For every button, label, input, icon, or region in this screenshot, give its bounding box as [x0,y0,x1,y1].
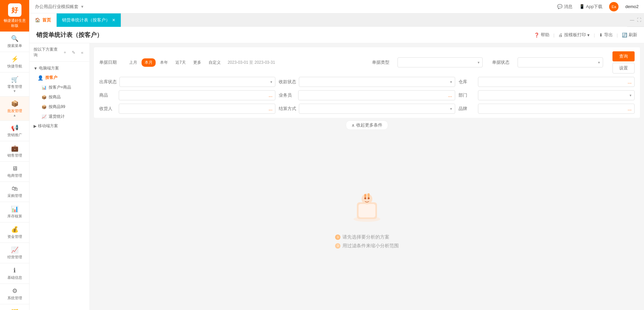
collapse-panel-button[interactable]: « [79,49,86,56]
export-icon: ⬇ [599,33,603,38]
dept-label: 部门 [459,92,475,98]
warehouse-input[interactable]: ... [478,77,635,87]
sidebar-item-ecom[interactable]: 🖥 电商管理 [0,162,29,182]
sidebar-item-finance[interactable]: 💰 资金管理 [0,222,29,243]
date-tab-this-year[interactable]: 本年 [157,58,171,67]
scheme-item-customer-goods[interactable]: 📊 按客户+商品 [30,83,90,92]
scheme-group-desktop: ▼ 电脑端方案 👤 按客户 📊 按客户+商品 [30,64,90,121]
tab-minimize-icon[interactable]: — [630,17,634,22]
content-area: 销货单统计表（按客户） ❓ 帮助 | 🖨 按模板打印 ▾ | ⬇ 导出 | [30,27,644,310]
scheme-item-customer[interactable]: 👤 按客户 [30,73,90,83]
collab-icon: 🤝 [11,308,18,310]
scheme-group-desktop-header[interactable]: ▼ 电脑端方案 [30,64,90,73]
tab-sales-stats[interactable]: 销货单统计表（按客户） ✕ [57,13,121,27]
filter-dept: 部门 ▾ [459,90,635,100]
export-button[interactable]: ⬇ 导出 [599,32,613,38]
sidebar-item-basic[interactable]: ℹ 基础信息 [0,263,29,284]
empty-state: ① 请先选择要分析的方案 ② 用过滤条件来缩小分析范围 [94,133,640,306]
sidebar-item-nav[interactable]: ⚡ 快捷导航 [0,52,29,72]
query-button[interactable]: 查询 [612,51,635,61]
divider1: | [553,33,554,38]
filter-receipt-status: 收款状态 ▾ [279,77,455,87]
scheme-group-mobile-label: 移动端方案 [38,123,58,129]
sidebar-item-collab[interactable]: 🤝 企业协同 [0,304,29,310]
tip-num-1: ① [335,235,340,240]
empty-tips: ① 请先选择要分析的方案 ② 用过滤条件来缩小分析范围 [335,234,399,252]
date-tab-more[interactable]: 更多 [190,58,204,67]
tab-sales-stats-label: 销货单统计表（按客户） [62,17,110,23]
receiver-dots: ... [269,106,273,111]
scheme-group-mobile-header[interactable]: ▶ 移动端方案 [30,121,90,131]
receiver-input[interactable]: ... [119,104,275,114]
tab-home-label: 首页 [42,17,51,23]
message-button[interactable]: 💬 消息 [557,4,573,10]
customer-goods-icon: 📊 [42,85,47,90]
sidebar-item-inventory[interactable]: 📊 库存核算 [0,202,29,222]
user-initials: Ea [612,5,616,9]
sidebar-item-retail[interactable]: 🛒 零售管理 ▼ [0,72,29,97]
tab-close-icon[interactable]: ✕ [112,18,115,22]
date-tab-7days[interactable]: 近7天 [172,58,189,67]
brand-input[interactable]: ... [478,104,635,114]
tip-text-1: 请先选择要分析的方案 [342,234,389,240]
right-panel: 单据日期 上月 本月 本年 近7天 更多 自定义 2023-03-01 至 20… [90,43,644,310]
doc-status-select[interactable]: ▾ [518,57,603,67]
doc-type-select[interactable]: ▾ [397,57,483,67]
app-download-label: App下载 [586,4,602,10]
tab-home[interactable]: 🏠 首页 [30,13,57,27]
scheme-group-mobile-arrow: ▶ [34,124,37,128]
filter-salesman: 业务员 ... [279,90,455,100]
date-tab-custom[interactable]: 自定义 [206,58,224,67]
scheme-group-desktop-arrow: ▼ [34,66,38,71]
inventory-icon: 📊 [11,205,18,213]
payment-label: 结算方式 [279,106,296,112]
refresh-button[interactable]: 🔄 刷新 [622,32,637,38]
receipt-status-input[interactable]: ▾ [299,77,455,87]
tab-maximize-icon[interactable]: ⛶ [637,17,641,22]
collapse-button[interactable]: ∧ 收起更多条件 [346,120,388,130]
sidebar-item-sales[interactable]: 💼 销售管理 [0,141,29,162]
scheme-item-return[interactable]: 📈 退货统计 [30,112,90,121]
app-download-button[interactable]: 📱 App下载 [579,4,602,10]
doc-type-label: 单据类型 [372,59,392,65]
scheme-item-goods[interactable]: 📦 按商品 [30,92,90,102]
sidebar-item-purchase[interactable]: 🛍 采购管理 [0,182,29,202]
sidebar-logo[interactable]: 好 畅捷通好生意 标版 [0,0,29,32]
left-panel: 按以下方案查询 ＋ ✎ « ▼ 电脑端方案 [30,43,90,310]
breadcrumb-dropdown-icon[interactable]: ▾ [81,4,84,9]
sidebar-item-search[interactable]: 🔍 搜索菜单 [0,32,29,52]
sidebar-item-basic-label: 基础信息 [7,275,22,280]
add-scheme-button[interactable]: ＋ [61,49,68,56]
sidebar-item-operation[interactable]: 📈 经营管理 [0,243,29,263]
date-tabs: 上月 本月 本年 近7天 更多 自定义 2023-03-01 至 2023-03… [126,58,275,67]
user-avatar[interactable]: Ea [609,2,619,11]
sidebar-item-marketing[interactable]: 📢 营销推广 [0,121,29,141]
tab-controls: — ⛶ [627,17,644,22]
retail-icon: 🛒 [11,76,18,83]
divider3: | [617,33,618,38]
payment-input[interactable]: ▾ [299,104,455,114]
scheme-item-return-label: 退货统计 [49,114,65,119]
dept-input[interactable]: ▾ [478,90,635,100]
app-download-icon: 📱 [579,4,585,9]
export-label: 导出 [604,32,613,38]
date-tab-last-month[interactable]: 上月 [126,58,140,67]
sidebar-item-wholesale[interactable]: 📦 批发管理 ▲ [0,97,29,121]
settings-button[interactable]: 设置 [612,63,635,73]
salesman-input[interactable]: ... [298,90,455,100]
print-button[interactable]: 🖨 按模板打印 ▾ [558,32,590,38]
help-button[interactable]: ❓ 帮助 [534,32,549,38]
retail-arrow-icon: ▼ [13,89,16,93]
svg-rect-2 [359,204,375,217]
svg-point-5 [368,197,370,199]
date-tab-this-month[interactable]: 本月 [142,58,156,67]
help-label: 帮助 [541,32,549,38]
scheme-item-goods99[interactable]: 📦 按商品99 [30,102,90,112]
out-status-input[interactable]: ▾ [119,77,275,87]
edit-scheme-button[interactable]: ✎ [70,49,77,56]
sidebar-item-inventory-label: 库存核算 [7,214,22,219]
sidebar-item-wholesale-label: 批发管理 [7,108,22,113]
user-name[interactable]: demo2 [625,4,639,9]
goods-input[interactable]: ... [119,90,275,100]
sidebar-item-system[interactable]: ⚙ 系统管理 [0,284,29,304]
